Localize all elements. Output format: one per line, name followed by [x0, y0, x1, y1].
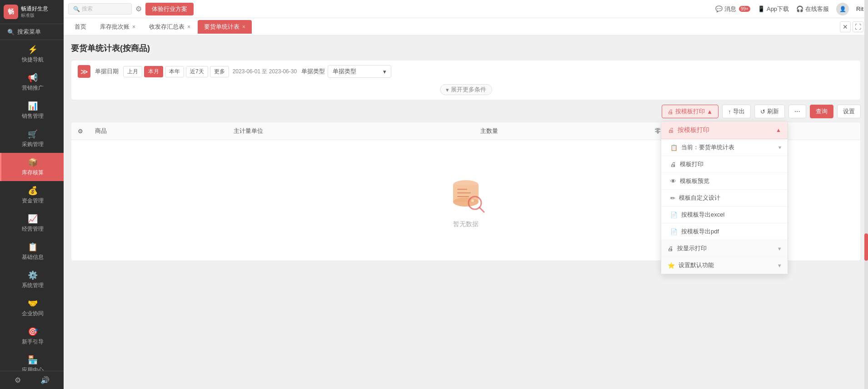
filter-toggle-button[interactable]: ≫	[78, 65, 90, 78]
settings-footer-icon[interactable]: ⚙	[15, 376, 21, 384]
tab-close-order-stats[interactable]: ×	[242, 24, 245, 30]
date-filter-group: 上月本月本年近7天更多2023-06-01 至 2023-06-30	[123, 66, 297, 77]
sidebar-item-finance[interactable]: 💰 资金管理	[0, 181, 64, 209]
print-dropdown-header: 🖨 按模板打印 ▲	[661, 121, 788, 139]
export-icon: ↑	[728, 108, 731, 115]
finance-icon: 💰	[28, 186, 38, 196]
select-chevron-icon: ▾	[383, 68, 386, 75]
tab-receipt-summary[interactable]: 收发存汇总表×	[143, 20, 197, 34]
maximize-window-button[interactable]: ⛶	[853, 21, 863, 32]
sidebar-item-quick-nav[interactable]: ⚡ 快捷导航	[0, 40, 64, 68]
sidebar-item-marketing[interactable]: 📢 营销推广	[0, 68, 64, 96]
refresh-button[interactable]: ↺ 刷新	[754, 105, 785, 118]
app-logo: 畅 畅通好生意 标准版	[0, 0, 64, 24]
tab-home[interactable]: 首页	[68, 20, 93, 34]
tab-close-receipt-summary[interactable]: ×	[187, 24, 190, 30]
date-filter-btn-本月[interactable]: 本月	[144, 66, 163, 77]
settings-button[interactable]: 设置	[837, 105, 861, 118]
minimize-window-button[interactable]: ✕	[840, 21, 851, 32]
display-print-icon: 🖨	[668, 245, 673, 252]
right-scrollbar[interactable]	[864, 0, 868, 389]
template-print-label: 模板打印	[680, 160, 703, 168]
username-label: Rit	[856, 5, 863, 12]
operations-label: 经营管理	[22, 225, 44, 233]
date-range-label: 2023-06-01 至 2023-06-30	[233, 68, 297, 76]
more-actions-button[interactable]: ···	[788, 105, 806, 118]
date-filter-btn-近7天[interactable]: 近7天	[186, 66, 208, 77]
tab-label-order-stats: 要货单统计表	[204, 23, 239, 31]
print-template-button[interactable]: 🖨 按模板打印 ▲	[662, 105, 718, 118]
sidebar-nav: ⚡ 快捷导航 📢 营销推广 📊 销售管理 🛒 采购管理 📦 库存核算 💰 资金管…	[0, 40, 64, 371]
query-button[interactable]: 查询	[810, 105, 833, 118]
expand-more-button[interactable]: ▾ 展开更多条件	[440, 84, 492, 95]
order-type-label: 单据类型	[301, 67, 325, 76]
tab-label-home: 首页	[75, 23, 86, 31]
empty-text: 暂无数据	[453, 220, 479, 228]
current-template-item[interactable]: 📋 当前：要货单统计表 ▾	[661, 139, 788, 156]
print-dropdown: 🖨 按模板打印 ▲ 📋 当前：要货单统计表 ▾	[661, 121, 788, 274]
tabs-bar: 首页库存批次账×收发存汇总表×要货单统计表× ✕ ⛶	[64, 18, 868, 35]
sidebar-item-guide[interactable]: 🎯 新手引导	[0, 322, 64, 350]
tab-label-batch-account: 库存批次账	[100, 23, 130, 31]
print-item-template-design[interactable]: ✏ 模板自定义设计	[661, 190, 788, 207]
date-filter-btn-上月[interactable]: 上月	[123, 66, 142, 77]
template-preview-icon: 👁	[670, 178, 676, 185]
main-area: 🔍 搜索 ⚙ 体验行业方案 💬 消息 99+ 📱 App下载 🎧 在线客服 👤	[64, 0, 868, 389]
guide-label: 新手引导	[22, 338, 44, 346]
topbar-left: 🔍 搜索 ⚙ 体验行业方案	[68, 3, 194, 15]
scrollbar-thumb[interactable]	[864, 233, 868, 261]
logo-text: 畅通好生意 标准版	[21, 5, 48, 19]
purchase-label: 采购管理	[22, 141, 44, 148]
app-download-button[interactable]: 📱 App下载	[758, 5, 789, 13]
template-design-label: 模板自定义设计	[679, 194, 720, 202]
promo-button[interactable]: 体验行业方案	[145, 3, 194, 15]
sidebar-item-collab[interactable]: 🤝 企业协同	[0, 294, 64, 322]
sidebar-footer: ⚙ 🔊	[0, 371, 64, 389]
more-dots-icon: ···	[794, 107, 800, 116]
topbar: 🔍 搜索 ⚙ 体验行业方案 💬 消息 99+ 📱 App下载 🎧 在线客服 👤	[64, 0, 868, 18]
refresh-icon: ↺	[760, 108, 765, 115]
message-icon: 💬	[715, 5, 723, 12]
quick-nav-label: 快捷导航	[22, 56, 44, 64]
print-item-export-excel[interactable]: 📄 按模板导出excel	[661, 207, 788, 223]
print-item-template-print[interactable]: 🖨 模板打印	[661, 156, 788, 173]
sidebar-item-operations[interactable]: 📈 经营管理	[0, 209, 64, 237]
set-default-icon: ⭐	[668, 262, 675, 269]
sidebar-item-inventory[interactable]: 📦 库存核算	[0, 153, 64, 181]
online-service-button[interactable]: 🎧 在线客服	[796, 5, 829, 13]
sound-footer-icon[interactable]: 🔊	[40, 376, 50, 384]
table-header-settings[interactable]: ⚙	[71, 122, 90, 140]
current-template-icon: 📋	[670, 144, 678, 151]
sidebar-item-sales[interactable]: 📊 销售管理	[0, 96, 64, 125]
date-filter-btn-本年[interactable]: 本年	[165, 66, 184, 77]
print-section-set-default[interactable]: ⭐ 设置默认功能 ▾	[661, 257, 788, 274]
messages-button[interactable]: 💬 消息 99+	[715, 5, 750, 13]
sidebar-item-appstore[interactable]: 🏪 应用中心	[0, 350, 64, 371]
print-item-template-preview[interactable]: 👁 模板板预览	[661, 173, 788, 190]
collab-label: 企业协同	[22, 310, 44, 318]
appstore-icon: 🏪	[28, 355, 38, 365]
sidebar-item-system[interactable]: ⚙️ 系统管理	[0, 266, 64, 294]
topbar-search[interactable]: 🔍 搜索	[68, 3, 132, 15]
print-dropdown-close[interactable]: ▲	[776, 127, 781, 133]
display-print-arrow-icon: ▾	[778, 245, 781, 252]
svg-point-2	[453, 197, 479, 207]
sidebar-item-basic[interactable]: 📋 基础信息	[0, 237, 64, 266]
inventory-label: 库存核算	[22, 169, 44, 177]
tab-close-batch-account[interactable]: ×	[132, 24, 135, 30]
tab-batch-account[interactable]: 库存批次账×	[94, 20, 142, 34]
table-header-unit: 主计量单位	[228, 122, 475, 140]
date-filter-btn-更多[interactable]: 更多	[210, 66, 229, 77]
table-header-quantity: 主数量	[475, 122, 649, 140]
topbar-gear-icon[interactable]: ⚙	[135, 5, 142, 13]
tab-order-stats[interactable]: 要货单统计表×	[198, 20, 252, 34]
sidebar-item-purchase[interactable]: 🛒 采购管理	[0, 125, 64, 153]
tab-label-receipt-summary: 收发存汇总表	[149, 23, 185, 31]
export-button[interactable]: ↑ 导出	[722, 105, 751, 118]
basic-icon: 📋	[28, 242, 38, 252]
print-item-export-pdf[interactable]: 📄 按模板导出pdf	[661, 223, 788, 240]
order-type-select[interactable]: 单据类型 ▾	[328, 65, 391, 78]
sidebar-search[interactable]: 🔍 搜索菜单	[0, 24, 64, 40]
print-section-display-print[interactable]: 🖨 按显示打印 ▾	[661, 240, 788, 257]
user-avatar[interactable]: 👤	[836, 3, 849, 15]
